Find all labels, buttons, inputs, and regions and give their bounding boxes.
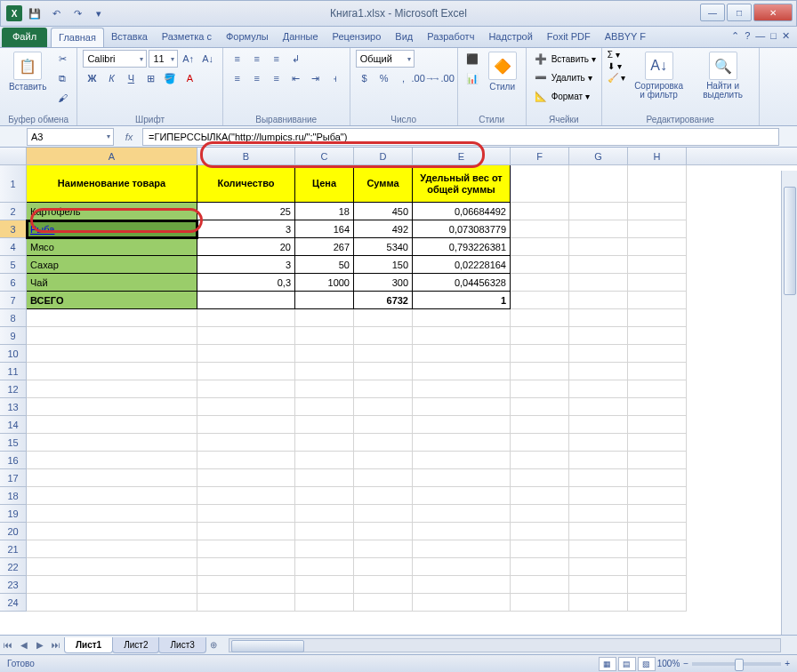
cell-B23[interactable] [197,576,295,594]
cell-G7[interactable] [569,292,628,309]
minimize-button[interactable]: — [700,4,725,21]
cell-F13[interactable] [511,398,569,416]
cell-B20[interactable] [197,523,295,540]
cell-E4[interactable]: 0,793226381 [413,238,511,256]
font-size-combo[interactable]: 11 [149,50,177,68]
tab-developer[interactable]: Разработч [420,28,481,47]
cell-F12[interactable] [511,380,569,398]
cell-C18[interactable] [295,487,354,505]
cell-E20[interactable] [413,523,511,540]
cell-A6[interactable]: Чай [27,274,197,292]
cell-D8[interactable] [354,309,413,327]
cell-A3[interactable]: Рыба [27,220,197,238]
format-painter-button[interactable]: 🖌 [53,89,71,107]
cell-D16[interactable] [354,452,413,469]
cell-E2[interactable]: 0,06684492 [413,203,511,220]
align-center-button[interactable]: ≡ [248,69,266,87]
cell-G2[interactable] [569,203,628,220]
cell-F16[interactable] [511,452,569,469]
cell-C4[interactable]: 267 [295,238,354,256]
tab-formulas[interactable]: Формулы [219,28,276,47]
view-normal-button[interactable]: ▦ [599,657,616,671]
row-header-18[interactable]: 18 [0,487,27,505]
cell-C6[interactable]: 1000 [295,274,354,292]
align-left-button[interactable]: ≡ [229,69,246,87]
cell-F2[interactable] [511,203,569,220]
cell-H22[interactable] [628,558,687,576]
cell-B9[interactable] [197,327,295,345]
merge-button[interactable]: ⫞ [326,69,344,87]
font-color-button[interactable]: A [181,69,198,87]
row-header-11[interactable]: 11 [0,363,27,380]
row-header-4[interactable]: 4 [0,238,27,256]
row-header-20[interactable]: 20 [0,523,27,540]
cell-C19[interactable] [295,505,354,523]
sheet-tab-3[interactable]: Лист3 [158,637,205,653]
row-header-8[interactable]: 8 [0,309,27,327]
underline-button[interactable]: Ч [122,69,140,87]
cell-D20[interactable] [354,523,413,540]
cell-G23[interactable] [569,576,628,594]
cell-G17[interactable] [569,469,628,487]
row-header-16[interactable]: 16 [0,452,27,469]
cell-D14[interactable] [354,416,413,434]
format-table-button[interactable]: 📊 [463,69,481,87]
cell-F8[interactable] [511,309,569,327]
cell-C10[interactable] [295,345,354,363]
cell-G10[interactable] [569,345,628,363]
row-header-9[interactable]: 9 [0,327,27,345]
maximize-button[interactable]: □ [727,4,752,21]
cell-D1[interactable]: Сумма [354,165,413,203]
row-header-14[interactable]: 14 [0,416,27,434]
row-header-22[interactable]: 22 [0,558,27,576]
cell-C11[interactable] [295,363,354,380]
cell-A17[interactable] [27,469,197,487]
cell-B1[interactable]: Количество [197,165,295,203]
cell-styles-button[interactable]: 🔶 Стили [485,50,520,93]
select-all-corner[interactable] [0,148,27,164]
cell-F3[interactable] [511,220,569,238]
cell-H19[interactable] [628,505,687,523]
cell-C16[interactable] [295,452,354,469]
indent-inc-button[interactable]: ⇥ [307,69,325,87]
qat-save[interactable]: 💾 [26,4,44,22]
cell-H15[interactable] [628,434,687,452]
cell-A10[interactable] [27,345,197,363]
cell-C1[interactable]: Цена [295,165,354,203]
cell-A23[interactable] [27,576,197,594]
cell-F17[interactable] [511,469,569,487]
cell-E21[interactable] [413,540,511,558]
fx-button[interactable]: fx [121,129,137,145]
cell-F24[interactable] [511,594,569,612]
tab-foxit[interactable]: Foxit PDF [540,28,598,47]
column-header-G[interactable]: G [569,148,628,164]
qat-redo[interactable]: ↷ [68,4,86,22]
tab-view[interactable]: Вид [388,28,420,47]
cell-G9[interactable] [569,327,628,345]
cell-H7[interactable] [628,292,687,309]
cell-H24[interactable] [628,594,687,612]
tab-insert[interactable]: Вставка [104,28,155,47]
cell-E8[interactable] [413,309,511,327]
name-box[interactable]: A3 [27,128,114,146]
cell-H16[interactable] [628,452,687,469]
cell-C3[interactable]: 164 [295,220,354,238]
cell-F7[interactable] [511,292,569,309]
cell-A1[interactable]: Наименование товара [27,165,197,203]
fill-button[interactable]: ⬇ ▾ [608,61,625,71]
cell-D5[interactable]: 150 [354,256,413,274]
cut-button[interactable]: ✂ [53,50,71,68]
cell-D4[interactable]: 5340 [354,238,413,256]
cell-D21[interactable] [354,540,413,558]
cell-B17[interactable] [197,469,295,487]
cell-A12[interactable] [27,380,197,398]
cell-E9[interactable] [413,327,511,345]
cell-H18[interactable] [628,487,687,505]
cell-B14[interactable] [197,416,295,434]
cell-G3[interactable] [569,220,628,238]
cell-E11[interactable] [413,363,511,380]
cell-D17[interactable] [354,469,413,487]
cell-E1[interactable]: Удельный вес от общей суммы [413,165,511,203]
cell-D12[interactable] [354,380,413,398]
cell-F11[interactable] [511,363,569,380]
